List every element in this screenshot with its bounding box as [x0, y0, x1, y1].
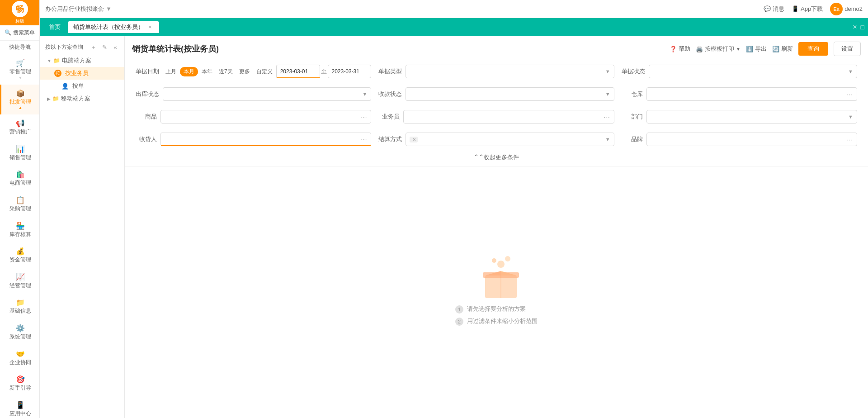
enterprise-icon: 🤝	[16, 350, 25, 358]
sales-icon: 📊	[16, 145, 25, 153]
logo[interactable]: 畅 标版	[0, 0, 39, 25]
tree-folder-mobile[interactable]: ▶ 📁 移动端方案	[40, 92, 124, 105]
edit-scheme-btn[interactable]: ✎	[100, 43, 109, 52]
doctype-input[interactable]: ▼	[406, 65, 614, 78]
sidebar-item-wholesale[interactable]: 📦 批发管理 ▲	[0, 85, 39, 115]
user-menu[interactable]: Ea demo2	[830, 3, 863, 15]
filter-cell-settlement: 结算方式 ✕ ▼	[375, 133, 618, 146]
docstatus-input[interactable]: ▼	[649, 65, 857, 78]
date-btn-lastmonth[interactable]: 上月	[163, 67, 179, 76]
department-input[interactable]: ▼	[646, 110, 857, 124]
apps-icon: 📱	[16, 401, 25, 409]
sidebar-item-ecommerce[interactable]: 🛍️ 电商管理	[0, 166, 39, 191]
logo-abbr: 畅	[16, 4, 24, 14]
sidebar-nav: 🛒 零售管理 ▼ 📦 批发管理 ▲ 📢 营销推广 📊 销售管理 🛍️ 电商管理 …	[0, 54, 39, 418]
logo-text: 标版	[15, 18, 24, 24]
account-selector[interactable]: 办公用品行业模拟账套 ▼	[45, 5, 112, 13]
wholesale-icon: 📦	[16, 89, 25, 98]
filter-cell-goods: 商品 ···	[132, 110, 375, 124]
left-panel-header: 按以下方案查询 + ✎ «	[40, 40, 124, 54]
query-btn[interactable]: 查询	[798, 42, 828, 56]
sidebar-item-inventory[interactable]: 🏪 库存核算	[0, 217, 39, 243]
sidebar-item-finance[interactable]: 💰 资金管理	[0, 242, 39, 268]
tab-actions: × □	[853, 23, 864, 31]
sidebar-item-newguide[interactable]: 🎯 新手引导	[0, 370, 39, 396]
close-window-btn[interactable]: ×	[853, 23, 857, 31]
order-scheme-icon: 👤	[61, 83, 69, 90]
settlement-input[interactable]: ✕ ▼	[406, 133, 614, 146]
sidebar-item-system[interactable]: ⚙️ 系统管理	[0, 319, 39, 345]
sidebar-item-basic[interactable]: 📁 基础信息	[0, 294, 39, 319]
settings-btn[interactable]: 设置	[834, 42, 861, 56]
filter-cell-department: 部门 ▼	[618, 110, 861, 124]
collapse-panel-btn[interactable]: «	[111, 43, 120, 52]
sidebar-item-enterprise[interactable]: 🤝 企业协同	[0, 345, 39, 371]
ecommerce-icon: 🛍️	[16, 170, 25, 179]
filter-cell-brand: 品牌 ···	[618, 133, 861, 146]
date-to-input[interactable]: 2023-03-31	[328, 65, 372, 78]
department-label: 部门	[622, 113, 646, 121]
search-icon: 🔍	[5, 29, 11, 36]
tab-close-btn[interactable]: ×	[146, 24, 154, 31]
dropdown-icon: ▼	[106, 5, 112, 12]
docstatus-arrow: ▼	[848, 69, 853, 74]
sidebar-item-sales[interactable]: 📊 销售管理	[0, 140, 39, 166]
date-btn-custom[interactable]: 自定义	[254, 67, 275, 76]
operation-icon: 📈	[16, 273, 25, 281]
tree-item-by-staff[interactable]: 按 按业务员	[40, 67, 124, 80]
finance-icon: 💰	[16, 247, 25, 256]
filter-cell-collectstatus: 收款状态 ▼	[375, 87, 618, 101]
message-btn[interactable]: 💬 消息	[764, 5, 784, 13]
export-btn[interactable]: ⬇️ 导出	[746, 45, 767, 53]
add-scheme-btn[interactable]: +	[89, 43, 98, 52]
maximize-btn[interactable]: □	[861, 24, 864, 31]
staff-scheme-icon: 按	[54, 70, 61, 77]
tree-folder-desktop[interactable]: ▼ 📁 电脑端方案	[40, 54, 124, 67]
outstatus-label: 出库状态	[136, 90, 163, 98]
filter-row-1: 单据日期 上月 本月 本年 近7天 更多 自定义 2023-03-01 至	[125, 60, 868, 83]
date-btn-thisyear[interactable]: 本年	[199, 67, 215, 76]
collectstatus-input[interactable]: ▼	[406, 87, 614, 101]
date-label: 单据日期	[136, 67, 163, 76]
settlement-label: 结算方式	[378, 135, 406, 143]
date-btn-more[interactable]: 更多	[236, 67, 253, 76]
tree-item-by-order[interactable]: 👤 按单	[40, 80, 124, 92]
filter-row-3: 商品 ··· 业务员 ··· 部门	[125, 105, 868, 128]
date-control: 上月 本月 本年 近7天 更多 自定义 2023-03-01 至 2023-0	[163, 65, 371, 78]
svg-point-4	[497, 261, 505, 268]
search-menu-item[interactable]: 🔍 搜索菜单	[0, 25, 39, 41]
goods-input[interactable]: ···	[160, 110, 371, 124]
staff-input[interactable]: ···	[403, 110, 614, 124]
sidebar-item-purchase[interactable]: 📋 采购管理	[0, 191, 39, 217]
sidebar-item-apps[interactable]: 📱 应用中心	[0, 396, 39, 418]
empty-svg	[474, 255, 528, 300]
page-actions: ❓ 帮助 🖨️ 按模板打印 ▼ ⬇️ 导出 🔄 刷新	[670, 42, 861, 56]
app-download-btn[interactable]: 📱 App下载	[792, 5, 823, 13]
outstatus-input[interactable]: ▼	[163, 87, 371, 101]
empty-hint-2: 2 用过滤条件来缩小分析范围	[455, 317, 538, 326]
date-from-input[interactable]: 2023-03-01	[276, 65, 320, 78]
date-btn-thismonth[interactable]: 本月	[180, 67, 198, 76]
docstatus-label: 单据状态	[622, 67, 649, 76]
recipient-input[interactable]: ···	[160, 133, 371, 146]
date-btn-last7[interactable]: 近7天	[216, 67, 236, 76]
tab-sales-stats[interactable]: 销货单统计表（按业务员） ×	[68, 21, 159, 33]
shortcut-nav[interactable]: 快捷导航	[0, 41, 39, 54]
wholesale-arrow: ▲	[19, 105, 23, 110]
sidebar-item-retail[interactable]: 🛒 零售管理 ▼	[0, 54, 39, 85]
filter-row-4: 收货人 ··· 结算方式 ✕ ▼	[125, 128, 868, 151]
sidebar: 畅 标版 🔍 搜索菜单 快捷导航 🛒 零售管理 ▼ 📦 批发管理 ▲ 📢 营销推…	[0, 0, 40, 418]
settlement-tag-close[interactable]: ✕	[412, 137, 416, 142]
collapse-filter-bar[interactable]: ⌃⌃ 收起更多条件	[125, 151, 868, 164]
print-btn[interactable]: 🖨️ 按模板打印 ▼	[696, 45, 741, 53]
sidebar-item-operation[interactable]: 📈 经营管理	[0, 268, 39, 294]
retail-arrow: ▼	[19, 76, 23, 80]
goods-dots: ···	[361, 114, 367, 120]
sidebar-item-marketing[interactable]: 📢 营销推广	[0, 114, 39, 140]
refresh-icon: 🔄	[772, 46, 779, 52]
refresh-btn[interactable]: 🔄 刷新	[772, 45, 793, 53]
tab-home[interactable]: 首页	[43, 21, 66, 33]
warehouse-input[interactable]: ···	[646, 87, 857, 101]
help-btn[interactable]: ❓ 帮助	[670, 45, 690, 53]
brand-input[interactable]: ···	[646, 133, 857, 146]
